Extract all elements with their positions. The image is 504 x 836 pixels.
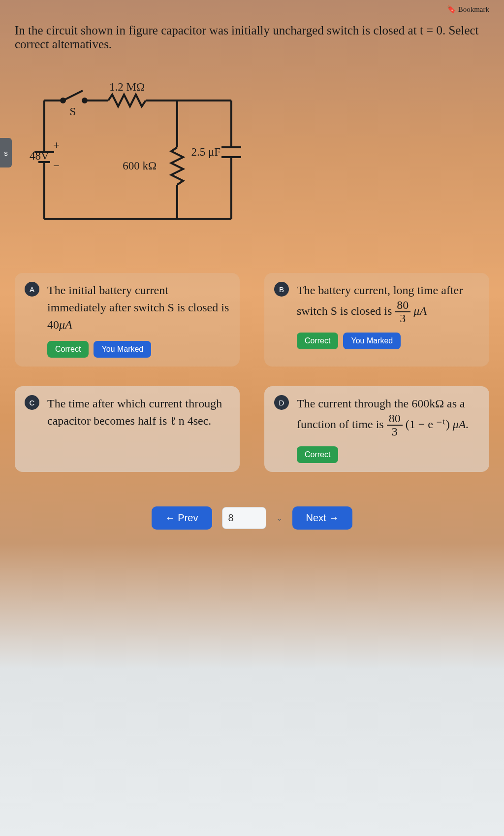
side-tab[interactable]: s [0, 138, 12, 167]
batt-minus: − [53, 160, 60, 172]
option-letter: D [274, 395, 289, 410]
option-body: The current through the 600kΩ as a funct… [297, 395, 479, 463]
bookmark-link[interactable]: 🔖 Bookmark [447, 5, 489, 14]
question-text: In the circuit shown in figure capacitor… [0, 19, 504, 61]
option-letter: B [274, 282, 289, 297]
batt-plus: + [53, 139, 60, 151]
batt-label-vis: 48V [30, 150, 49, 162]
page-input[interactable] [222, 507, 266, 529]
fraction: 803 [387, 412, 403, 438]
next-button[interactable]: Next → [292, 506, 353, 530]
option-a[interactable]: A The initial battery current immediatel… [15, 273, 240, 367]
option-body: The battery current, long time after swi… [297, 282, 479, 349]
badges: Correct [297, 446, 479, 463]
top-bar: 🔖 Bookmark [0, 0, 504, 19]
switch-label: S [70, 105, 76, 118]
option-letter: C [25, 395, 39, 410]
prev-button[interactable]: ← Prev [152, 506, 212, 530]
svg-point-3 [83, 99, 87, 102]
circuit-diagram: S 1.2 MΩ 600 kΩ 2.5 μF 48V + − 48V [0, 61, 504, 253]
bookmark-label: Bookmark [458, 5, 489, 13]
svg-line-2 [63, 91, 83, 100]
r1-label: 1.2 MΩ [109, 81, 145, 93]
chevron-down-icon[interactable]: ⌄ [276, 513, 283, 523]
option-body: The initial battery current immediately … [47, 282, 230, 358]
cap-label: 2.5 μF [191, 146, 220, 158]
option-text: The battery current, long time after swi… [297, 282, 479, 325]
option-c[interactable]: C The time after which current through c… [15, 386, 240, 471]
pagination: ← Prev ⌄ Next → [0, 487, 504, 530]
options-grid: A The initial battery current immediatel… [0, 253, 504, 487]
fraction: 803 [395, 299, 410, 325]
option-body: The time after which current through cap… [47, 395, 230, 430]
r2-label: 600 kΩ [123, 160, 157, 172]
option-text: The initial battery current immediately … [47, 282, 230, 333]
badge-you-marked: You Marked [94, 341, 151, 358]
option-text: The time after which current through cap… [47, 395, 230, 430]
bookmark-icon: 🔖 [447, 5, 456, 13]
option-text: The current through the 600kΩ as a funct… [297, 395, 479, 438]
badge-correct: Correct [47, 341, 89, 358]
badge-you-marked: You Marked [343, 333, 401, 349]
badges: Correct You Marked [47, 341, 230, 358]
option-letter: A [25, 282, 39, 297]
badge-correct: Correct [297, 446, 338, 463]
badges: Correct You Marked [297, 333, 479, 349]
option-b[interactable]: B The battery current, long time after s… [264, 273, 489, 367]
badge-correct: Correct [297, 333, 338, 349]
option-d[interactable]: D The current through the 600kΩ as a fun… [264, 386, 489, 471]
